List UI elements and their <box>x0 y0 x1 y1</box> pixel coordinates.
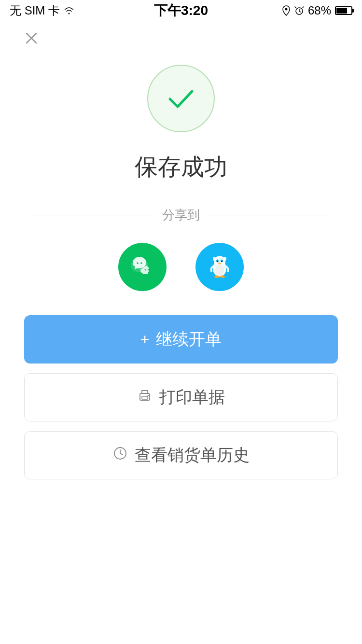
status-left: 无 SIM 卡 <box>10 3 74 18</box>
close-button[interactable] <box>19 26 43 50</box>
battery-icon <box>335 6 352 15</box>
share-icons <box>118 243 244 291</box>
share-section: 分享到 <box>0 207 362 291</box>
svg-point-17 <box>215 264 224 275</box>
svg-point-15 <box>221 261 222 262</box>
view-history-label: 查看销货单历史 <box>135 444 250 466</box>
svg-point-24 <box>148 395 149 396</box>
svg-point-9 <box>148 269 149 271</box>
wechat-share-button[interactable] <box>118 243 167 291</box>
checkmark-icon <box>164 82 198 115</box>
wechat-icon <box>129 255 156 279</box>
status-time: 下午3:20 <box>154 1 208 20</box>
print-receipt-button[interactable]: 打印单据 <box>24 373 338 421</box>
history-icon <box>112 446 128 465</box>
success-icon-circle <box>147 65 215 132</box>
divider-left <box>29 215 153 215</box>
battery-percentage: 68% <box>308 4 331 17</box>
location-icon <box>282 5 291 16</box>
action-buttons: + 继续开单 打印单据 查看销货单历史 <box>0 315 362 479</box>
continue-order-label: 继续开单 <box>156 328 222 350</box>
status-bar: 无 SIM 卡 下午3:20 68% <box>0 0 362 21</box>
continue-order-button[interactable]: + 继续开单 <box>24 315 338 364</box>
svg-point-21 <box>223 257 226 261</box>
print-receipt-label: 打印单据 <box>159 386 225 408</box>
main-content: 保存成功 分享到 <box>0 21 362 479</box>
carrier-text: 无 SIM 卡 <box>10 3 60 18</box>
qq-icon <box>206 253 234 281</box>
status-right: 68% <box>282 4 352 17</box>
printer-icon <box>137 388 153 407</box>
qq-share-button[interactable] <box>195 243 244 291</box>
svg-rect-23 <box>142 396 148 399</box>
view-history-button[interactable]: 查看销货单历史 <box>24 431 338 479</box>
share-label: 分享到 <box>153 207 209 224</box>
alarm-icon <box>294 5 304 16</box>
svg-point-8 <box>145 269 146 271</box>
svg-point-6 <box>137 262 139 264</box>
svg-point-18 <box>214 276 219 278</box>
plus-icon: + <box>140 331 150 349</box>
divider-right <box>209 215 333 215</box>
wifi-icon <box>64 7 74 14</box>
divider-row: 分享到 <box>0 207 362 224</box>
svg-point-20 <box>213 257 216 261</box>
svg-point-0 <box>285 8 287 11</box>
svg-point-19 <box>220 276 225 278</box>
svg-point-7 <box>140 262 142 264</box>
success-title: 保存成功 <box>135 152 227 182</box>
svg-point-14 <box>217 261 218 262</box>
